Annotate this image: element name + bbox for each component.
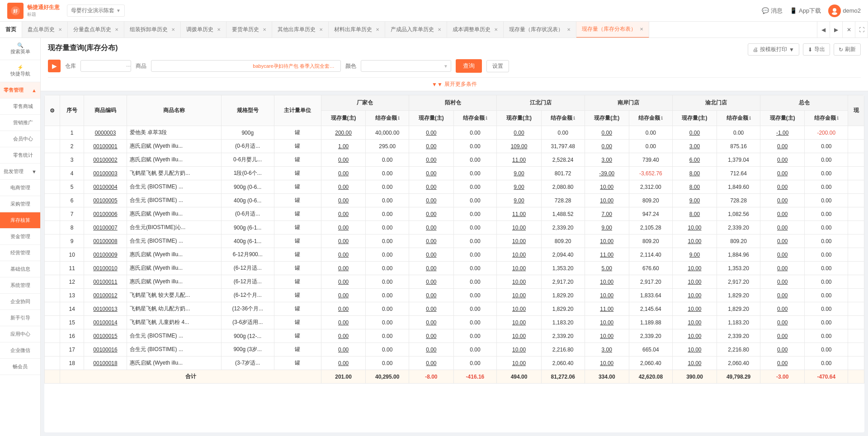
info-icon[interactable]: ℹ [486, 116, 487, 121]
color-dropdown-icon[interactable]: ▼ [441, 64, 451, 69]
cell-yb-amt: 1,849.60 [717, 180, 760, 194]
cell-cf-amt: 0.00 [366, 302, 409, 316]
cell-name: 惠氏启赋 (Wyeth illu... [127, 207, 221, 221]
info-icon[interactable]: ℹ [749, 116, 751, 121]
total-mc-amt: -416.16 [453, 370, 497, 384]
cell-unit: 罐 [274, 167, 321, 180]
message-icon: 💬 [762, 7, 769, 14]
cell-jb-qty: 10.00 [497, 343, 542, 356]
tab-next-btn[interactable]: ▶ [830, 22, 843, 38]
tab-close-icon[interactable]: ✕ [217, 27, 221, 32]
svg-point-2 [833, 8, 836, 12]
industry-selector[interactable]: 母婴行业演示陈套 ▼ [67, 5, 125, 17]
sidebar-item-finance[interactable]: 资金管理 [0, 229, 40, 245]
cell-unit: 罐 [274, 221, 321, 234]
tab-stock-dist[interactable]: 现存量（库存分布表） ✕ [576, 22, 649, 38]
tab-stock-single2[interactable]: 分量盘点单历史 ✕ [68, 22, 124, 38]
export-btn[interactable]: ⬇ 导出 [803, 43, 830, 56]
goods-input[interactable] [151, 61, 250, 71]
cell-yb-amt: 1,183.20 [717, 316, 760, 329]
cell-jb-amt: 801.72 [541, 167, 585, 180]
sidebar-item-basic[interactable]: 基础信息 [0, 261, 40, 277]
sidebar-item-retail-store[interactable]: 零售商城 [0, 98, 40, 115]
print-btn[interactable]: 🖨 按模板打印 ▼ [748, 43, 799, 56]
refresh-btn[interactable]: ↻ 刷新 [834, 43, 861, 56]
color-input[interactable] [361, 61, 441, 71]
warehouse-dots-btn[interactable]: ··· [126, 63, 131, 69]
tab-order[interactable]: 要货单历史 ✕ [226, 22, 272, 38]
cell-settings [45, 316, 60, 329]
tab-close-icon[interactable]: ✕ [319, 27, 323, 32]
sidebar-item-corp-wechat[interactable]: 企业微信 [0, 342, 40, 359]
sidebar-item-retail-stat[interactable]: 零售统计 [0, 147, 40, 164]
cell-no: 6 [60, 194, 84, 207]
tab-close-icon[interactable]: ✕ [567, 27, 571, 32]
tab-group-split[interactable]: 组装拆卸单历史 ✕ [124, 22, 181, 38]
cell-code: 00100010 [84, 262, 127, 275]
tab-close-icon[interactable]: ✕ [263, 27, 266, 32]
tab-close-icon[interactable]: ✕ [494, 27, 498, 32]
cell-unit: 罐 [274, 275, 321, 289]
sidebar-item-member[interactable]: 会员中心 [0, 131, 40, 147]
cell-jb-amt: 2,528.24 [541, 153, 585, 167]
tab-prev-btn[interactable]: ◀ [817, 22, 830, 38]
app-download-btn[interactable]: 📱 App下载 [790, 7, 821, 15]
user-menu[interactable]: demo2 [828, 5, 861, 17]
sidebar-item-stock[interactable]: 库存核算 [0, 212, 40, 229]
tab-close-icon[interactable]: ✕ [58, 27, 62, 32]
settings-icon[interactable]: ⚙ [50, 108, 55, 114]
cell-name: 飞鹤星飞帆 婴儿配方奶... [127, 167, 221, 180]
sidebar-item-purchase[interactable]: 采购管理 [0, 196, 40, 212]
tab-stock-status[interactable]: 现存量（库存状况表） ✕ [504, 22, 576, 38]
sidebar-item-quick[interactable]: ⚡ 快捷导航 [0, 60, 40, 82]
tab-close-icon[interactable]: ✕ [115, 27, 118, 32]
cell-current [848, 316, 864, 329]
tab-stock-single[interactable]: 盘点单历史 ✕ [22, 22, 68, 38]
sidebar-item-member2[interactable]: 畅会员 [0, 359, 40, 375]
expand-conditions-btn[interactable]: ▼▼ 展开更多条件 [432, 80, 477, 88]
info-icon[interactable]: ℹ [398, 116, 400, 121]
tab-home[interactable]: 首页 [0, 22, 22, 38]
tab-fullscreen-btn[interactable]: ⛶ [855, 22, 868, 38]
sidebar-item-search[interactable]: 🔍 搜索英单 [0, 38, 40, 60]
cell-spec: 900g (12-... [221, 329, 274, 343]
info-icon[interactable]: ℹ [661, 116, 663, 121]
cell-jb-qty: 11.00 [497, 207, 542, 221]
sidebar-item-wholesale[interactable]: 批发管理 ▼ [0, 164, 40, 180]
sidebar-item-enterprise[interactable]: 企业协同 [0, 294, 40, 310]
tab-material-out[interactable]: 材料出库单历史 ✕ [329, 22, 385, 38]
info-icon[interactable]: ℹ [573, 116, 575, 121]
tab-close-icon[interactable]: ✕ [640, 27, 643, 32]
tab-close-icon[interactable]: ✕ [171, 27, 175, 32]
tab-transfer[interactable]: 调拨单历史 ✕ [181, 22, 226, 38]
tab-product-in[interactable]: 产成品入库单历史 ✕ [385, 22, 447, 38]
tab-close-all-btn[interactable]: ✕ [843, 22, 855, 38]
sidebar-item-guide[interactable]: 新手引导 [0, 310, 40, 326]
warehouse-input[interactable] [81, 61, 126, 71]
filter-toggle-btn[interactable]: ▶ [48, 60, 61, 72]
tab-other-out[interactable]: 其他出库单历史 ✕ [272, 22, 329, 38]
cell-total-qty: 0.00 [760, 234, 805, 248]
cell-name: 惠氏启赋 (Wyeth illu... [127, 248, 221, 262]
tab-close-icon[interactable]: ✕ [438, 27, 441, 32]
sidebar-item-marketing[interactable]: 营销推广 [0, 115, 40, 131]
data-table: ⚙ 序号 商品编码 商品名称 规格型号 主计量单位 厂家仓 陌村仓 江北门店 南… [44, 95, 864, 384]
info-icon[interactable]: ℹ [837, 116, 839, 121]
tab-label: 组装拆卸单历史 [130, 26, 168, 33]
sidebar-item-ecommerce[interactable]: 电商管理 [0, 180, 40, 196]
sidebar-item-app-center[interactable]: 应用中心 [0, 326, 40, 342]
tab-close-icon[interactable]: ✕ [376, 27, 379, 32]
tab-cost-adjust[interactable]: 成本调整单历史 ✕ [447, 22, 504, 38]
cell-code: 00100013 [84, 302, 127, 316]
col-group-jb: 江北门店 [497, 95, 585, 111]
sidebar-item-operation[interactable]: 经营管理 [0, 245, 40, 261]
total-cf-qty: 201.00 [321, 370, 366, 384]
message-btn[interactable]: 💬 消息 [762, 7, 783, 15]
query-btn[interactable]: 查询 [456, 59, 482, 73]
cell-no: 15 [60, 316, 84, 329]
setting-btn[interactable]: 设置 [486, 60, 509, 72]
sidebar-item-retail[interactable]: 零售管理 ▲ [0, 82, 40, 98]
cell-yb-amt: 809.20 [717, 234, 760, 248]
cell-jb-amt: 0.00 [541, 126, 585, 140]
sidebar-item-system[interactable]: 系统管理 [0, 277, 40, 294]
